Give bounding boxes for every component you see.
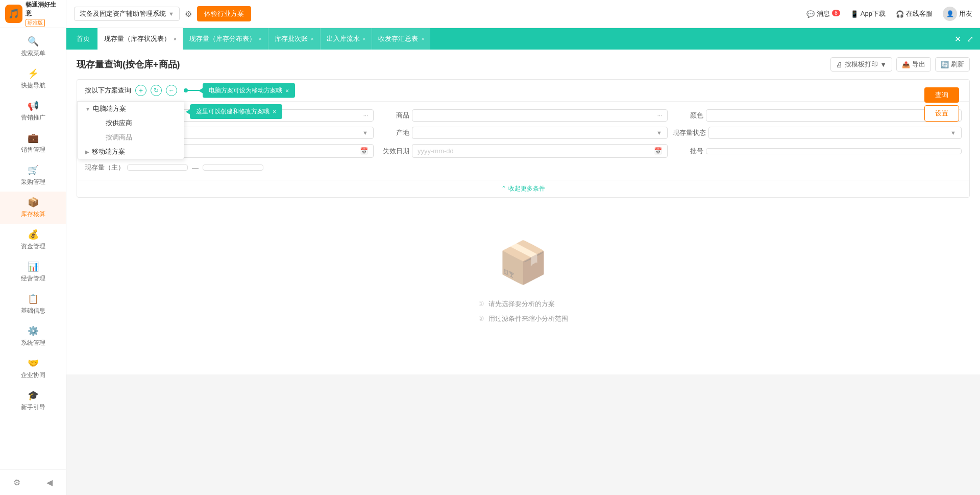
- sidebar-item-newbie[interactable]: 🎓 新手引导: [0, 385, 66, 417]
- filter-stock-qty: 现存量（主） —: [85, 163, 263, 172]
- nav-label-enterprise: 企业协同: [21, 371, 45, 380]
- print-btn[interactable]: 🖨 按模板打印 ▼: [830, 57, 892, 72]
- tab-close-batch-account[interactable]: ×: [311, 36, 314, 42]
- stock-qty-min[interactable]: [127, 164, 188, 171]
- filter-label: 按以下方案查询: [85, 86, 131, 95]
- header-left: 装备及固定资产辅助管理系统 ▼ ⚙ 体验行业方案: [74, 6, 251, 21]
- sidebar-item-search[interactable]: 🔍 搜索菜单: [0, 31, 66, 63]
- empty-text: ① 请先选择要分析的方案 ② 用过滤条件来缩小分析范围: [478, 297, 569, 326]
- tree-item-desktop[interactable]: ▼ 电脑端方案: [78, 102, 184, 116]
- stock-qty-max[interactable]: [203, 164, 263, 171]
- settings-bottom-btn[interactable]: ⚙: [11, 475, 23, 490]
- tab-close-inout-flow[interactable]: ×: [363, 36, 366, 42]
- logo-icon: 🎵: [5, 5, 22, 23]
- back-scheme-btn[interactable]: ←: [166, 85, 177, 96]
- tabs-end: ✕ ⤢: [953, 33, 977, 45]
- edit-tooltip-close[interactable]: ×: [273, 108, 276, 115]
- color-select[interactable]: ▼: [706, 109, 962, 122]
- collapse-sidebar-btn[interactable]: ◀: [44, 475, 55, 490]
- sidebar-item-finance[interactable]: 💰 资金管理: [0, 224, 66, 256]
- back-btn-wrapper: ← 电脑方案可设为移动方案哦 ×: [166, 85, 177, 96]
- tab-close-inventory-status[interactable]: ×: [174, 36, 177, 42]
- scheme-tooltip-close[interactable]: ×: [285, 87, 289, 94]
- tab-receive-summary[interactable]: 收发存汇总表 ×: [372, 28, 430, 50]
- edit-tooltip-arrow: [186, 109, 190, 114]
- user-action[interactable]: 👤 用友: [943, 7, 972, 21]
- origin-select[interactable]: ▼: [412, 127, 668, 139]
- export-btn[interactable]: 📤 导出: [896, 57, 931, 72]
- expire-date-start[interactable]: yyyy-mm-dd 📅: [412, 144, 668, 158]
- print-chevron: ▼: [880, 61, 887, 68]
- close-all-tabs-btn[interactable]: ✕: [953, 33, 963, 45]
- search-btn[interactable]: 查询: [924, 87, 959, 103]
- industry-btn[interactable]: 体验行业方案: [197, 6, 251, 21]
- filter-header: 按以下方案查询 + ↻ ←: [77, 80, 969, 102]
- filter-row-2: 尺码 ▼ 产地 ▼ 现存量状态: [85, 127, 962, 139]
- sidebar-item-purchase[interactable]: 🛒 采购管理: [0, 159, 66, 192]
- page-title-row: 现存量查询(按仓库+商品) 🖨 按模板打印 ▼ 📤 导出 🔄 刷新: [77, 57, 970, 72]
- refresh-scheme-btn[interactable]: ↻: [151, 85, 162, 96]
- tree-item-mobile[interactable]: ▶ 移动端方案: [78, 145, 184, 159]
- tab-home[interactable]: 首页: [69, 28, 97, 50]
- nav-icon-operation: 📊: [28, 261, 39, 272]
- edit-tooltip: 这里可以创建和修改方案哦 ×: [190, 104, 282, 119]
- system-select-chevron: ▼: [168, 11, 174, 17]
- stock-qty-range: —: [127, 164, 263, 172]
- sidebar-item-inventory[interactable]: 📦 库存核算: [0, 192, 66, 224]
- tab-batch-account[interactable]: 库存批次账 ×: [268, 28, 320, 50]
- nav-label-operation: 经营管理: [21, 274, 45, 283]
- sidebar-item-marketing[interactable]: 📢 营销推广: [0, 95, 66, 127]
- nav-icon-marketing: 📢: [28, 100, 39, 111]
- nav-label-sales: 销售管理: [21, 146, 45, 154]
- app-download-action[interactable]: 📱 App下载: [850, 9, 886, 18]
- stock-status-select[interactable]: ▼: [708, 127, 962, 139]
- filter-batch-no: 批号: [673, 147, 962, 156]
- refresh-btn[interactable]: 🔄 刷新: [935, 57, 970, 72]
- expand-tabs-btn[interactable]: ⤢: [965, 33, 975, 45]
- sidebar-item-quick[interactable]: ⚡ 快捷导航: [0, 63, 66, 95]
- nav-icon-system: ⚙️: [28, 325, 39, 337]
- nav-icon-purchase: 🛒: [28, 164, 39, 176]
- content-area: 现存量查询(按仓库+商品) 🖨 按模板打印 ▼ 📤 导出 🔄 刷新: [66, 50, 980, 374]
- nav-label-inventory: 库存核算: [21, 210, 45, 219]
- scheme-item-supplier[interactable]: 按供应商: [90, 116, 184, 130]
- tab-inventory-dist[interactable]: 现存量（库存分布表） ×: [183, 28, 268, 50]
- reset-btn[interactable]: 设置: [924, 105, 959, 122]
- support-action[interactable]: 🎧 在线客服: [896, 9, 933, 18]
- nav-icon-finance: 💰: [28, 229, 39, 240]
- collapse-bar[interactable]: ⌃ 收起更多条件: [77, 180, 969, 197]
- add-scheme-btn[interactable]: +: [135, 85, 146, 96]
- title-actions: 🖨 按模板打印 ▼ 📤 导出 🔄 刷新: [830, 57, 970, 72]
- goods-select[interactable]: ···: [412, 109, 668, 122]
- message-icon: 💬: [806, 10, 815, 18]
- tree-expand-icon: ▼: [85, 106, 90, 112]
- tab-close-inventory-dist[interactable]: ×: [259, 36, 262, 42]
- sidebar-item-enterprise[interactable]: 🤝 企业协同: [0, 352, 66, 385]
- tabs-bar: 首页 现存量（库存状况表） × 现存量（库存分布表） × 库存批次账 × 出入库…: [66, 28, 980, 50]
- sidebar: 🎵 畅通消好生意 标准版 🔍 搜索菜单 ⚡ 快捷导航 📢 营销推广 💼 销售管理…: [0, 0, 66, 495]
- sidebar-nav: 🔍 搜索菜单 ⚡ 快捷导航 📢 营销推广 💼 销售管理 🛒 采购管理 📦 库存核…: [0, 28, 66, 469]
- system-select[interactable]: 装备及固定资产辅助管理系统 ▼: [74, 7, 180, 21]
- export-icon: 📤: [902, 61, 910, 68]
- sidebar-item-system[interactable]: ⚙️ 系统管理: [0, 320, 66, 352]
- notification-badge: 8: [832, 10, 840, 16]
- sidebar-item-basic[interactable]: 📋 基础信息: [0, 288, 66, 320]
- tab-label-inventory-dist: 现存量（库存分布表）: [189, 34, 256, 43]
- tab-close-receive-summary[interactable]: ×: [421, 36, 424, 42]
- filter-row-4: 现存量（主） —: [85, 163, 962, 172]
- sidebar-item-operation[interactable]: 📊 经营管理: [0, 256, 66, 288]
- logo-text: 畅通消好生意 标准版: [26, 1, 61, 27]
- range-separator: —: [192, 164, 199, 172]
- batch-no-input[interactable]: [706, 148, 962, 154]
- tab-inout-flow[interactable]: 出入库流水 ×: [320, 28, 372, 50]
- nav-icon-quick: ⚡: [28, 68, 39, 79]
- sidebar-item-sales[interactable]: 💼 销售管理: [0, 127, 66, 159]
- message-action[interactable]: 💬 消息 8: [806, 9, 840, 18]
- search-btns: 查询 设置: [924, 87, 959, 122]
- sidebar-bottom: ⚙ ◀: [0, 469, 66, 495]
- nav-icon-enterprise: 🤝: [28, 358, 39, 369]
- nav-icon-sales: 💼: [28, 132, 39, 144]
- settings-icon[interactable]: ⚙: [185, 9, 192, 19]
- tab-inventory-status[interactable]: 现存量（库存状况表） ×: [97, 28, 183, 50]
- scheme-item-goods[interactable]: 按调商品: [90, 130, 184, 145]
